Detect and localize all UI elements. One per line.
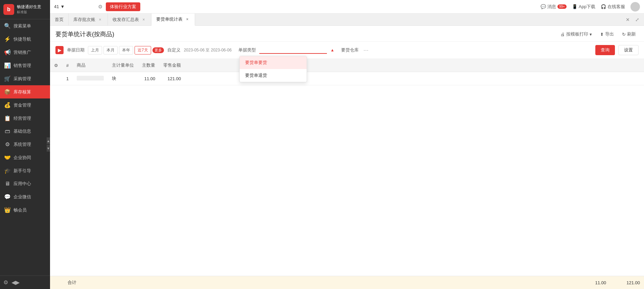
sidebar-icon-app-center: 🖥: [4, 181, 11, 187]
topbar: 41 ▼ ⚙ 体验行业方案 💬 消息 99+ 📱 App下载 🎧 在线客服: [50, 0, 644, 14]
sidebar-label-operation: 经营管理: [14, 115, 31, 121]
sidebar-label-marketing: 营销推广: [14, 49, 31, 55]
print-template-btn[interactable]: 🖨 按模板打印 ▾: [558, 30, 595, 39]
sidebar-item-sales[interactable]: 📊销售管理: [0, 59, 50, 72]
sidebar-item-guide[interactable]: 🎓新手引导: [0, 164, 50, 177]
store-selector[interactable]: 41 ▼: [54, 4, 95, 9]
tab-order-statistics[interactable]: 要货单统计表×: [151, 14, 195, 26]
page-actions: 🖨 按模板打印 ▾ ⬆ 导出 ↻ 刷新: [558, 30, 639, 39]
sidebar-item-base-info[interactable]: 🗃基础信息: [0, 125, 50, 138]
footer-label: 合计: [54, 280, 76, 286]
tab-close-receivable-summary[interactable]: ×: [141, 17, 146, 22]
warehouse-dots-btn[interactable]: ···: [363, 47, 368, 54]
print-icon: 🖨: [560, 32, 565, 37]
date-btn-7days[interactable]: 近7天: [135, 46, 151, 54]
sidebar-icon-system: ⚙: [4, 141, 11, 148]
sidebar-icon-base-info: 🗃: [4, 128, 11, 134]
date-btn-more[interactable]: 更多: [152, 47, 164, 53]
data-table: ⚙ # 商品 主计量单位 主数量 零售金额 1 块 11.00 121.00: [50, 59, 644, 85]
close-tab-btn[interactable]: ✕: [624, 16, 632, 24]
table-col-quantity: 主数量: [138, 59, 159, 72]
trial-btn[interactable]: 体验行业方案: [106, 2, 140, 11]
scroll-down-btn[interactable]: ▼: [47, 145, 50, 152]
table-col-goods: 商品: [73, 59, 108, 72]
topbar-right: 💬 消息 99+ 📱 App下载 🎧 在线客服: [541, 2, 640, 12]
settings-icon[interactable]: ⚙: [3, 279, 8, 286]
export-btn[interactable]: ⬆ 导出: [597, 30, 617, 39]
sidebar-item-app-center[interactable]: 🖥应用中心: [0, 177, 50, 190]
expand-tab-btn[interactable]: ⤢: [633, 16, 641, 24]
sidebar-item-operation[interactable]: 📋经营管理: [0, 112, 50, 125]
sidebar-item-members[interactable]: 👑畅会员: [0, 203, 50, 217]
scroll-up-btn[interactable]: ▲: [47, 137, 50, 144]
page-title: 要货单统计表(按商品): [55, 30, 114, 38]
sidebar-item-inventory[interactable]: 📦库存核算: [0, 85, 50, 98]
sidebar-icon-operation: 📋: [4, 115, 11, 121]
type-filter-input[interactable]: [259, 47, 327, 54]
messages-btn[interactable]: 💬 消息 99+: [541, 4, 567, 10]
sidebar-label-search: 搜索菜单: [14, 23, 31, 29]
sidebar-item-marketing[interactable]: 📢营销推广: [0, 46, 50, 59]
tab-close-order-statistics[interactable]: ×: [185, 17, 190, 22]
page-header: 要货单统计表(按商品) 🖨 按模板打印 ▾ ⬆ 导出 ↻ 刷新: [50, 26, 644, 42]
download-icon: 📱: [572, 4, 577, 9]
table-col-amount: 零售金额: [159, 59, 185, 72]
sidebar-item-system[interactable]: ⚙系统管理: [0, 138, 50, 151]
table-col-unit: 主计量单位: [108, 59, 138, 72]
service-icon: 🎧: [601, 4, 606, 9]
sidebar-label-system: 系统管理: [14, 141, 31, 148]
sidebar-icon-members: 👑: [4, 207, 11, 213]
tab-label-home: 首页: [55, 17, 64, 23]
brand-info: 畅捷通好生意 标准版: [17, 4, 41, 15]
tabs-actions: ✕ ⤢: [621, 14, 644, 26]
filter-settings-btn[interactable]: 设置: [618, 45, 639, 55]
type-filter-label: 单据类型: [238, 47, 256, 53]
refresh-btn[interactable]: ↻ 刷新: [619, 30, 639, 39]
td-gear-0: [50, 72, 62, 85]
date-btn-shang[interactable]: 上月: [88, 46, 102, 54]
table-footer: 合计 11.00 121.00: [50, 276, 644, 289]
store-name: 41: [54, 4, 59, 9]
tab-label-inventory-batch: 库存批次账: [73, 17, 95, 23]
sidebar-item-quick-nav[interactable]: ⚡快捷导航: [0, 32, 50, 46]
tab-inventory-batch[interactable]: 库存批次账×: [69, 14, 108, 26]
store-badge: ▼: [60, 4, 65, 9]
brand-name: 畅捷通好生意: [17, 4, 41, 10]
date-btn-ben[interactable]: 本月: [103, 46, 118, 54]
avatar[interactable]: [630, 2, 640, 12]
warehouse-filter-label: 要货仓库: [341, 47, 359, 53]
td-num-0: 1: [62, 72, 73, 85]
sidebar-item-enterprise[interactable]: 🤝企业协同: [0, 151, 50, 164]
collapse-icon[interactable]: ◀▶: [11, 279, 20, 286]
dropdown-item-order-goods[interactable]: 要货单要货: [240, 56, 307, 69]
sidebar-item-enterprise-wx[interactable]: 💬企业微信: [0, 190, 50, 203]
table-row: 1 块 11.00 121.00: [50, 72, 644, 85]
dropdown-item-order-return[interactable]: 要货单退货: [240, 69, 307, 82]
sidebar-item-purchase[interactable]: 🛒采购管理: [0, 72, 50, 85]
search-btn[interactable]: 查询: [595, 45, 615, 55]
chevron-down-icon: ▾: [590, 32, 592, 37]
table-col-gear[interactable]: ⚙: [50, 59, 62, 72]
sidebar-item-search[interactable]: 🔍搜索菜单: [0, 19, 50, 32]
export-icon: ⬆: [600, 32, 604, 37]
sidebar-icon-inventory: 📦: [4, 89, 11, 95]
sidebar-item-finance[interactable]: 💰资金管理: [0, 98, 50, 112]
online-service-btn[interactable]: 🎧 在线客服: [601, 4, 625, 10]
td-quantity-0: 11.00: [138, 72, 159, 85]
tab-home[interactable]: 首页: [50, 14, 69, 26]
app-download-btn[interactable]: 📱 App下载: [572, 4, 595, 10]
main-content: 41 ▼ ⚙ 体验行业方案 💬 消息 99+ 📱 App下载 🎧 在线客服 首页…: [50, 0, 644, 289]
type-dropdown-arrow[interactable]: ▲: [330, 48, 334, 52]
brand-sub: 标准版: [17, 10, 41, 15]
sidebar-label-inventory: 库存核算: [14, 89, 31, 95]
tab-receivable-summary[interactable]: 收发存汇总表×: [108, 14, 151, 26]
sidebar-icon-sales: 📊: [4, 62, 11, 69]
page-container: 要货单统计表(按商品) 🖨 按模板打印 ▾ ⬆ 导出 ↻ 刷新 ▶: [50, 26, 644, 289]
tab-close-inventory-batch[interactable]: ×: [97, 17, 103, 22]
custom-date-btn[interactable]: 自定义: [167, 47, 181, 53]
topbar-gear-icon[interactable]: ⚙: [98, 4, 102, 10]
date-btn-nian[interactable]: 本年: [119, 46, 133, 54]
filter-expand-btn[interactable]: ▶: [55, 46, 64, 54]
message-icon: 💬: [541, 4, 546, 9]
sidebar-icon-guide: 🎓: [4, 168, 11, 174]
